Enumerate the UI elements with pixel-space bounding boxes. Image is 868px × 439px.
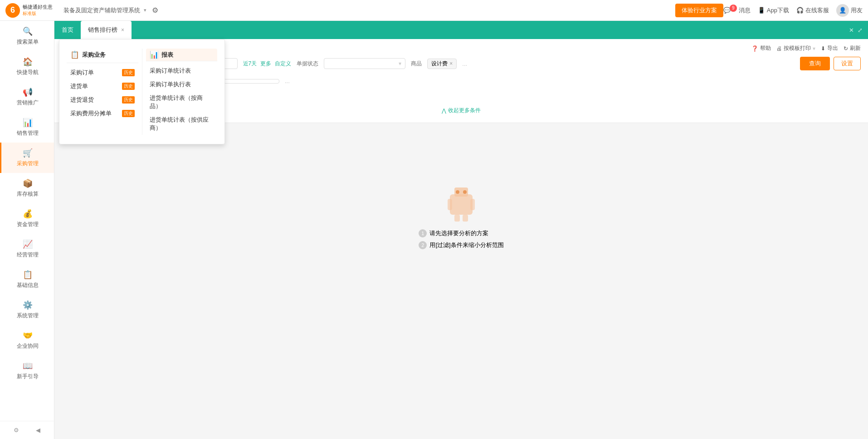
refresh-icon: ↻: [844, 45, 848, 52]
app-label: App下载: [767, 6, 789, 15]
collapse-button[interactable]: ⋀ 收起更多条件: [439, 104, 483, 117]
trial-button[interactable]: 体验行业方案: [675, 4, 723, 17]
sidebar-item-新手引导[interactable]: 📖 新手引导: [0, 355, 54, 386]
collapse-label: 收起更多条件: [448, 107, 481, 114]
collapse-sidebar-icon[interactable]: ◀: [36, 427, 40, 434]
sidebar-label-6: 资金管理: [17, 221, 39, 228]
svg-rect-6: [454, 215, 460, 222]
sidebar-item-采购管理[interactable]: 🛒 采购管理: [0, 143, 54, 173]
sidebar-label-10: 企业协同: [17, 342, 39, 350]
sidebar-item-快捷导航[interactable]: 🏠 快捷导航: [0, 51, 54, 82]
tab-label-0: 首页: [62, 26, 73, 34]
report-item-0[interactable]: 采购订单统计表: [146, 64, 218, 78]
help-label: 帮助: [760, 44, 771, 52]
purchase-item-1[interactable]: 进货单 历史: [67, 79, 138, 93]
set-button[interactable]: 设置: [834, 57, 861, 70]
sidebar-item-库存核算[interactable]: 📦 库存核算: [0, 173, 54, 203]
sidebar-item-经营管理[interactable]: 📈 经营管理: [0, 234, 54, 264]
export-button[interactable]: ⬇ 导出: [821, 44, 838, 52]
app-download-btn[interactable]: 📱 App下载: [758, 6, 789, 15]
report-col: 📊 报表 采购订单统计表 采购订单执行表 进货单统计表（按商品） 进货单统计表（…: [146, 49, 218, 135]
purchase-col: 📋 采购业务 采购订单 历史 进货单 历史 进货退货 历史 采购费用分摊单 历史: [67, 49, 138, 135]
tab-1[interactable]: 销售排行榜×: [81, 21, 132, 39]
settings-icon[interactable]: ⚙: [14, 427, 19, 434]
report-item-label-0: 采购订单统计表: [150, 67, 191, 75]
quick-7days[interactable]: 近7天: [243, 60, 257, 68]
report-item-1[interactable]: 采购订单执行表: [146, 78, 218, 91]
user-area[interactable]: 👤 用友: [836, 4, 863, 17]
svg-rect-7: [463, 215, 468, 222]
top-right-area: 💬 9 消息 📱 App下载 🎧 在线客服 👤 用友: [723, 4, 863, 17]
online-service-btn[interactable]: 🎧 在线客服: [796, 6, 829, 15]
dropdown-cols: 📋 采购业务 采购订单 历史 进货单 历史 进货退货 历史 采购费用分摊单 历史…: [59, 45, 224, 138]
purchase-item-3[interactable]: 采购费用分摊单 历史: [67, 107, 138, 120]
sidebar-label-11: 新手引导: [17, 373, 39, 380]
sidebar-icon-2: 📢: [23, 87, 33, 97]
system-dropdown-arrow[interactable]: ▾: [144, 7, 146, 13]
report-col-title-text: 报表: [161, 51, 173, 59]
sidebar-icon-10: 🤝: [23, 330, 33, 340]
headset-icon: 🎧: [796, 7, 804, 14]
goods-tag: 设计费 ×: [427, 59, 457, 69]
sidebar-icon-7: 📈: [23, 239, 33, 249]
quick-custom[interactable]: 自定义: [275, 60, 291, 68]
sidebar-item-基础信息[interactable]: 📋 基础信息: [0, 264, 54, 295]
print-icon: 🖨: [776, 45, 782, 52]
collapse-icon: ⋀: [442, 108, 446, 114]
report-item-label-2: 进货单统计表（按商品）: [150, 94, 214, 110]
purchase-col-title-text: 采购业务: [82, 51, 106, 59]
sidebar-item-营销推广[interactable]: 📢 营销推广: [0, 82, 54, 112]
purchase-item-label-1: 进货单: [70, 82, 88, 90]
sidebar-item-企业协同[interactable]: 🤝 企业协同: [0, 325, 54, 355]
user-avatar: 👤: [836, 4, 849, 17]
sidebar-label-9: 系统管理: [17, 312, 39, 320]
service-label: 在线客服: [805, 6, 829, 15]
purchase-item-label-3: 采购费用分摊单: [70, 109, 112, 118]
sidebar-item-搜索菜单[interactable]: 🔍 搜索菜单: [0, 21, 54, 51]
gear-icon[interactable]: ⚙: [152, 6, 158, 15]
msg-btn[interactable]: 💬 9 消息: [723, 6, 751, 15]
tab-0[interactable]: 首页: [54, 21, 81, 39]
col-divider: [142, 49, 142, 135]
purchase-item-2[interactable]: 进货退货 历史: [67, 93, 138, 107]
svg-rect-0: [450, 194, 473, 215]
step2-text: 用[过滤]条件来缩小分析范围: [429, 241, 503, 249]
tab-bar: 首页销售排行榜× ✕ ⤢: [54, 21, 868, 39]
refresh-button[interactable]: ↻ 刷新: [844, 44, 861, 52]
help-icon: ❓: [751, 45, 758, 52]
quick-more[interactable]: 更多: [260, 60, 271, 68]
print-button[interactable]: 🖨 按模板打印 ▾: [776, 44, 815, 52]
purchase-item-0[interactable]: 采购订单 历史: [67, 66, 138, 79]
report-item-3[interactable]: 进货单统计表（按供应商）: [146, 113, 218, 135]
goods-tag-close[interactable]: ×: [449, 60, 453, 67]
purchase-item-label-0: 采购订单: [70, 69, 94, 77]
logo-icon: 6: [5, 3, 20, 18]
print-dropdown-icon[interactable]: ▾: [813, 45, 815, 52]
sidebar-icon-9: ⚙️: [23, 300, 33, 310]
sidebar-icon-4: 🛒: [23, 148, 33, 158]
sidebar-icon-0: 🔍: [23, 26, 33, 36]
doc-status-select[interactable]: ▾: [324, 58, 405, 69]
goods-more-dots[interactable]: ...: [462, 60, 467, 67]
sidebar-icon-3: 📊: [23, 118, 33, 128]
history-badge-0: 历史: [122, 69, 135, 76]
sidebar-label-0: 搜索菜单: [17, 38, 39, 46]
tab-close-all-icon[interactable]: ✕: [849, 27, 854, 34]
sidebar-icon-11: 📖: [23, 361, 33, 371]
tab-expand-icon[interactable]: ⤢: [858, 27, 863, 34]
sidebar-item-系统管理[interactable]: ⚙️ 系统管理: [0, 295, 54, 325]
msg-label: 消息: [739, 6, 751, 15]
purchase-col-icon: 📋: [70, 50, 79, 59]
sidebar-item-资金管理[interactable]: 💰 资金管理: [0, 203, 54, 234]
logo-area: 6 畅捷通好生意 标准版: [5, 3, 60, 18]
help-button[interactable]: ❓ 帮助: [751, 44, 771, 52]
goods-tag-text: 设计费: [431, 60, 448, 68]
tab-close-1[interactable]: ×: [121, 27, 124, 33]
salesperson-more[interactable]: ...: [285, 78, 290, 84]
sidebar-item-销售管理[interactable]: 📊 销售管理: [0, 112, 54, 143]
report-item-2[interactable]: 进货单统计表（按商品）: [146, 91, 218, 113]
logo-text: 畅捷通好生意: [23, 4, 53, 10]
sidebar-label-8: 基础信息: [17, 281, 39, 289]
query-button[interactable]: 查询: [800, 57, 830, 70]
user-name: 用友: [851, 6, 863, 15]
